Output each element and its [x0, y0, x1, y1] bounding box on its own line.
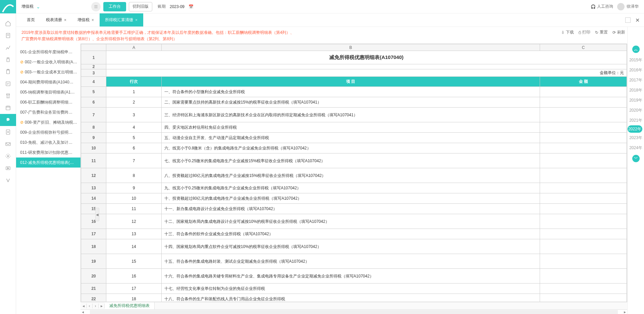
sheet-title[interactable]: 减免所得税优惠明细表(A107040): [106, 51, 627, 64]
cell-amount[interactable]: [540, 239, 627, 254]
cell-item[interactable]: 八、投资额超过80亿元的集成电路生产企业减按15%税率征收企业所得税（填写A10…: [161, 168, 540, 183]
form-item[interactable]: 004-期间费用明细表(A1040…: [16, 77, 80, 87]
col-header-c[interactable]: C: [540, 44, 627, 51]
form-item[interactable]: ⊘003-一般企业成本支出明细…: [16, 67, 80, 77]
cell-amount[interactable]: [540, 143, 627, 153]
app-logo[interactable]: [0, 0, 16, 13]
reset-button[interactable]: ↻重置: [595, 29, 608, 35]
horizontal-scrollbar[interactable]: ◂ ▸: [80, 309, 627, 314]
row-header[interactable]: 14: [81, 193, 106, 204]
nav-settings-icon[interactable]: [0, 150, 16, 162]
form-item[interactable]: 005-纳税调整项目明细表(A1…: [16, 87, 80, 97]
cell-amount[interactable]: [540, 269, 627, 284]
workspace-button[interactable]: 工作台: [103, 2, 126, 11]
nav-date-icon[interactable]: [0, 102, 16, 114]
col-header-b[interactable]: B: [161, 44, 540, 51]
cell-amount[interactable]: [540, 87, 627, 97]
year-item[interactable]: 2023年: [628, 133, 644, 143]
form-item[interactable]: 007-广告费和业务宣传费跨…: [16, 107, 80, 117]
nav-doc-icon[interactable]: [0, 29, 16, 42]
list-toggle-icon[interactable]: [91, 2, 101, 11]
form-item[interactable]: 012-减免所得税优惠明细表(…: [16, 158, 80, 168]
cell-amount[interactable]: [540, 284, 627, 294]
row-header[interactable]: 15: [81, 204, 106, 214]
cell-amount[interactable]: [540, 229, 627, 239]
cell-item[interactable]: 十七、经营性文化事业单位转制为企业的免征企业所得税: [161, 284, 540, 294]
form-item[interactable]: 010-免税、减计收入及加计…: [16, 137, 80, 147]
sheet-tab[interactable]: 减免所得税优惠明细表: [105, 302, 155, 310]
cell-amount[interactable]: [540, 183, 627, 193]
year-item[interactable]: 2015年: [628, 55, 644, 65]
cell-amount[interactable]: [540, 122, 627, 133]
spreadsheet-grid[interactable]: A B C 1 减免所得税优惠明细表(A107040) 2: [80, 44, 627, 302]
cell-item[interactable]: 四、受灾地区农村信用社免征企业所得税: [161, 122, 540, 133]
header-item[interactable]: 项 目: [161, 77, 540, 87]
cell-amount[interactable]: [540, 168, 627, 183]
cell-item[interactable]: 十二、国家规划布局内集成电路设计企业可减按10%的税率征收企业所得税（填写A10…: [161, 214, 540, 229]
nav-home-icon[interactable]: [0, 17, 16, 29]
nav-mail-icon[interactable]: [0, 138, 16, 150]
cell-amount[interactable]: [540, 193, 627, 204]
refresh-button[interactable]: ⟳刷新: [612, 29, 625, 35]
cell-item[interactable]: 十六、符合条件的集成电路关键专用材料生产企业、集成电路专用设备生产企业定期减免企…: [161, 269, 540, 284]
cell-item[interactable]: 二、国家需要重点扶持的高新技术企业减按15%的税率征收企业所得税（填写A1070…: [161, 97, 540, 108]
year-item[interactable]: 2019年: [628, 95, 644, 105]
header-rownum[interactable]: 行次: [106, 77, 162, 87]
cell-item[interactable]: 十一、新办集成电路设计企业减免企业所得税（填写A107042）: [161, 204, 540, 214]
row-header[interactable]: 10: [81, 143, 106, 153]
sheet-nav-first-icon[interactable]: ◂: [80, 304, 87, 308]
cell-rownum[interactable]: 14: [106, 239, 162, 254]
row-header[interactable]: 12: [81, 168, 106, 183]
user-menu[interactable]: 徐泽华: [617, 3, 639, 10]
cell-rownum[interactable]: 15: [106, 254, 162, 269]
year-item[interactable]: 2018年: [628, 85, 644, 95]
row-header[interactable]: 20: [81, 269, 106, 284]
tab-首页[interactable]: 首页: [21, 13, 41, 26]
tab-所得税汇算清缴[interactable]: 所得税汇算清缴×: [100, 13, 143, 26]
tab-增值税[interactable]: 增值税×: [72, 13, 100, 26]
scroll-left-icon[interactable]: ◂: [80, 310, 85, 314]
switch-old-button[interactable]: 切到旧版: [129, 2, 152, 11]
cell-item[interactable]: 十、投资额超过80亿元的集成电路生产企业减免企业所得税（填写A107042）: [161, 193, 540, 204]
cell-item[interactable]: 九、线宽小于0.25微米的集成电路生产企业减免企业所得税（填写A107042）: [161, 183, 540, 193]
year-item[interactable]: 2017年: [628, 75, 644, 85]
form-item[interactable]: 001-企业所得税年度纳税申…: [16, 47, 80, 57]
sheet-nav-prev-icon[interactable]: ‹: [87, 304, 93, 308]
unit-cell[interactable]: 金额单位：元: [106, 69, 627, 77]
cell-amount[interactable]: [540, 153, 627, 168]
cell-rownum[interactable]: 17: [106, 284, 162, 294]
row-header[interactable]: 3: [81, 69, 106, 77]
row-header[interactable]: 18: [81, 239, 106, 254]
cell-rownum[interactable]: 7: [106, 153, 162, 168]
nav-v-icon[interactable]: [0, 174, 16, 186]
tab-close-icon[interactable]: ×: [64, 18, 66, 22]
row-header[interactable]: 21: [81, 284, 106, 294]
calendar-icon[interactable]: 📅: [189, 4, 194, 9]
row-header[interactable]: 9: [81, 133, 106, 143]
row-header[interactable]: 2: [81, 64, 106, 69]
cell-rownum[interactable]: 16: [106, 269, 162, 284]
nav-video-icon[interactable]: [0, 162, 16, 174]
tab-税表清册[interactable]: 税表清册×: [41, 13, 72, 26]
nav-money-icon[interactable]: [0, 54, 16, 66]
nav-tax-return-icon[interactable]: [0, 114, 16, 126]
tab-close-icon[interactable]: ×: [135, 18, 138, 22]
cell-rownum[interactable]: 5: [106, 133, 162, 143]
cell-rownum[interactable]: 11: [106, 204, 162, 214]
form-item[interactable]: ⊘002-一般企业收入明细表(A…: [16, 57, 80, 67]
row-header[interactable]: 7: [81, 108, 106, 122]
year-scroll-up-icon[interactable]: ︽: [632, 46, 640, 53]
year-scroll-down-icon[interactable]: ︾: [632, 155, 640, 162]
download-button[interactable]: ⇩下载: [561, 29, 574, 35]
cell-item[interactable]: 十八、符合条件的生产和装配伤残人员专门用品企业免征企业所得税: [161, 294, 540, 302]
scroll-track[interactable]: [90, 310, 618, 314]
cell-rownum[interactable]: 1: [106, 87, 162, 97]
row-header[interactable]: 17: [81, 229, 106, 239]
cell-rownum[interactable]: 8: [106, 168, 162, 183]
form-item[interactable]: 009-企业所得税弥补亏损明…: [16, 127, 80, 137]
form-item[interactable]: 006-职工薪酬纳税调整明细…: [16, 97, 80, 107]
nav-export-icon[interactable]: [0, 126, 16, 138]
row-header[interactable]: 4: [81, 77, 106, 87]
year-item[interactable]: 2024年: [628, 143, 644, 153]
cell-rownum[interactable]: 18: [106, 294, 162, 302]
